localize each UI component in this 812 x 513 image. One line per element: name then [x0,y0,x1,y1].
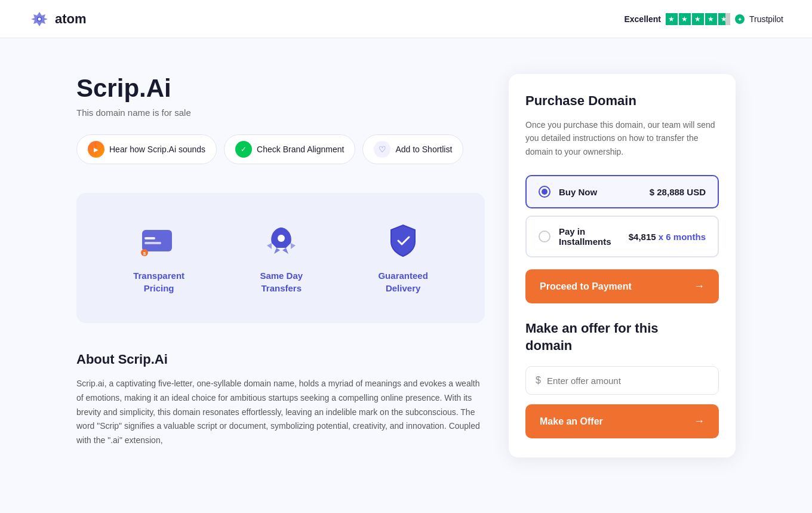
buy-now-label: Buy Now [559,187,641,197]
star-4: ★ [705,13,717,25]
make-offer-arrow-icon: → [694,415,705,428]
star-1: ★ [666,13,678,25]
pricing-icon: $ [140,222,178,260]
installments-label: Pay in Installments [559,226,620,247]
feature-guaranteed: GuaranteedDelivery [378,222,427,294]
installments-radio [539,231,550,242]
trustpilot-name: Trustpilot [749,14,783,24]
atom-logo-icon [29,8,50,30]
shortlist-label: Add to Shortlist [395,145,452,154]
action-buttons-group: ▶ Hear how Scrip.Ai sounds ✓ Check Brand… [76,134,485,164]
installments-price: $4,815 x 6 months [629,232,706,242]
proceed-label: Proceed to Payment [540,281,632,292]
svg-rect-6 [144,242,161,244]
make-offer-button[interactable]: Make an Offer → [525,404,719,438]
features-list: $ TransparentPricing [96,222,466,294]
check-icon: ✓ [235,141,252,158]
svg-text:✦: ✦ [737,16,742,23]
hear-label: Hear how Scrip.Ai sounds [109,145,205,154]
svg-text:$: $ [143,251,146,256]
check-label: Check Brand Alignment [257,145,344,154]
buy-now-price: $ 28,888 USD [650,187,706,197]
svg-rect-5 [144,237,155,239]
check-brand-button[interactable]: ✓ Check Brand Alignment [224,134,355,164]
domain-title: Scrip.Ai [76,74,485,103]
feature-transparent-pricing: $ TransparentPricing [133,222,184,294]
trustpilot-logo-icon: ✦ [735,14,745,24]
star-5: ★ [718,13,730,25]
svg-rect-4 [142,230,172,251]
feature-sameday-label: Same DayTransfers [260,269,303,294]
dollar-sign-icon: $ [536,375,541,386]
make-offer-label: Make an Offer [540,416,603,427]
about-title: About Scrip.Ai [76,352,485,367]
logo-text: atom [55,11,87,27]
trustpilot-stars: ★ ★ ★ ★ ★ [666,13,730,25]
about-text: Scrip.ai, a captivating five-letter, one… [76,377,485,448]
star-3: ★ [692,13,704,25]
about-section: About Scrip.Ai Scrip.ai, a captivating f… [76,352,485,448]
offer-input-wrapper: $ [525,366,719,395]
svg-point-1 [38,17,41,20]
star-2: ★ [679,13,691,25]
trustpilot-badge: Excellent ★ ★ ★ ★ ★ ✦ Trustpilot [624,13,783,25]
arrow-right-icon: → [694,280,705,293]
offer-title: Make an offer for thisdomain [525,320,719,354]
right-panel: Purchase Domain Once you purchase this d… [509,74,736,457]
svg-point-9 [278,235,285,242]
shield-icon [384,222,422,260]
buy-now-radio [539,186,550,198]
purchase-card: Purchase Domain Once you purchase this d… [509,74,736,457]
installments-option[interactable]: Pay in Installments $4,815 x 6 months [525,216,719,257]
shortlist-button[interactable]: ♡ Add to Shortlist [362,134,463,164]
domain-subtitle: This domain name is for sale [76,107,485,118]
features-section: $ TransparentPricing [76,193,485,323]
proceed-to-payment-button[interactable]: Proceed to Payment → [525,269,719,303]
purchase-description: Once you purchase this domain, our team … [525,118,719,158]
feature-delivery-label: GuaranteedDelivery [378,269,427,294]
left-section: Scrip.Ai This domain name is for sale ▶ … [76,74,485,448]
play-icon: ▶ [88,141,104,158]
offer-amount-input[interactable] [547,376,709,386]
feature-pricing-label: TransparentPricing [133,269,184,294]
header: atom Excellent ★ ★ ★ ★ ★ ✦ Trustpilot [0,0,812,38]
purchase-title: Purchase Domain [525,93,719,109]
feature-same-day: Same DayTransfers [260,222,303,294]
heart-icon: ♡ [374,141,390,158]
rocket-icon [262,222,300,260]
main-layout: Scrip.Ai This domain name is for sale ▶ … [48,38,764,481]
trustpilot-excellent: Excellent [624,14,660,24]
buy-now-option[interactable]: Buy Now $ 28,888 USD [525,175,719,208]
hear-button[interactable]: ▶ Hear how Scrip.Ai sounds [76,134,217,164]
logo[interactable]: atom [29,8,87,30]
